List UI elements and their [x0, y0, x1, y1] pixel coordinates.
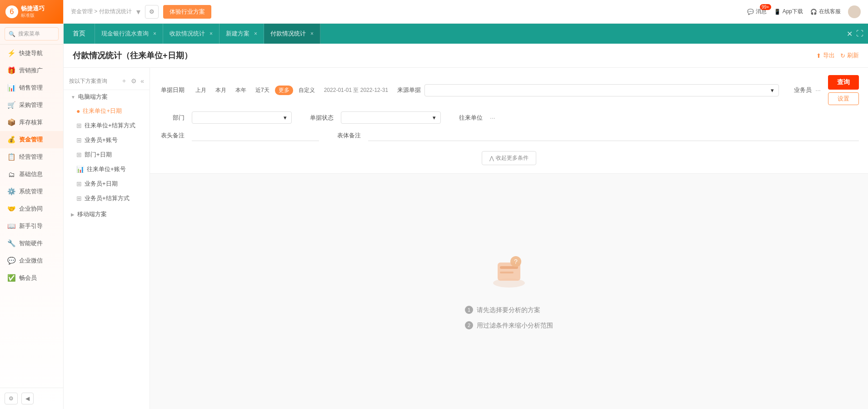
header-note-label: 表头备注	[159, 131, 185, 140]
sidebar-item-operation[interactable]: 📋 经营管理	[0, 148, 63, 166]
scheme-item-partner-date[interactable]: ● 往来单位+日期	[64, 104, 150, 118]
scheme-group-mobile-header[interactable]: ▶ 移动端方案	[64, 207, 150, 221]
operation-icon: 📋	[7, 153, 15, 161]
body-note-input[interactable]	[368, 130, 859, 141]
main-area: 资金管理 > 付款情况统计 ▾ ⚙ 体验行业方案 💬 消息 99+ 📱 App下…	[64, 0, 868, 409]
tab-receipt[interactable]: 收款情况统计 ×	[163, 24, 219, 44]
sidebar-item-enterprise[interactable]: 🤝 企业协同	[0, 200, 63, 217]
bank-tab-close[interactable]: ×	[153, 30, 156, 37]
refresh-button[interactable]: ↻ 刷新	[840, 51, 859, 60]
online-service-button[interactable]: 🎧 在线客服	[810, 8, 841, 15]
message-button[interactable]: 💬 消息 99+	[747, 8, 767, 15]
scheme-panel: 按以下方案查询 ＋ ⚙ « ▼ 电脑端方案 ● 往来单位+日期	[64, 68, 150, 409]
svg-text:?: ?	[514, 258, 518, 265]
sidebar-item-system[interactable]: ⚙️ 系统管理	[0, 183, 63, 200]
scheme-settings-icon[interactable]: ⚙	[131, 77, 137, 85]
sidebar-logo: 6 畅捷通巧 标准版	[0, 0, 63, 24]
mobile-group-arrow-icon: ▶	[71, 212, 75, 217]
sidebar-item-label: 营销推广	[19, 66, 43, 75]
tab-new[interactable]: 新建方案 ×	[219, 24, 264, 44]
date-range-display: 2022-01-01 至 2022-12-31	[324, 86, 388, 94]
tab-payment[interactable]: 付款情况统计 ×	[264, 24, 320, 44]
tab-close-all-icon[interactable]: ✕	[847, 30, 853, 38]
sidebar-item-hardware[interactable]: 🔧 智能硬件	[0, 235, 63, 252]
scheme-group-pc-header[interactable]: ▼ 电脑端方案	[64, 90, 150, 104]
collapse-icon: ⋀	[489, 155, 494, 162]
scheme-item-label: 往来单位+结算方式	[85, 121, 135, 130]
sidebar-item-label: 新手引导	[19, 222, 43, 230]
mobile-group-label: 移动端方案	[77, 210, 107, 218]
sidebar-item-purchase[interactable]: 🛒 采购管理	[0, 96, 63, 114]
dropdown-arrow-icon[interactable]: ▾	[136, 7, 140, 17]
doc-status-select[interactable]: ▾	[341, 111, 441, 124]
page-title: 付款情况统计（往来单位+日期）	[73, 50, 192, 61]
scheme-item-staff-account[interactable]: ⊞ 业务员+账号	[64, 133, 150, 147]
scheme-item-partner-account[interactable]: 📊 往来单位+账号	[64, 162, 150, 177]
logo-icon: 6	[5, 5, 18, 18]
payment-tab-close[interactable]: ×	[310, 30, 314, 37]
collapse-conditions-button[interactable]: ⋀ 收起更多条件	[482, 151, 536, 165]
staff-settlement-icon: ⊞	[76, 195, 82, 202]
staff-filter-label: 业务员	[786, 86, 812, 94]
scheme-item-partner-settlement[interactable]: ⊞ 往来单位+结算方式	[64, 118, 150, 133]
receipt-tab-label: 收款情况统计	[170, 30, 205, 38]
empty-illustration: ?	[486, 249, 532, 294]
user-avatar[interactable]	[848, 5, 861, 18]
scheme-add-icon[interactable]: ＋	[121, 77, 127, 85]
settings-link[interactable]: 设置	[828, 92, 859, 105]
date-opt-more[interactable]: 更多	[275, 86, 293, 95]
trial-button[interactable]: 体验行业方案	[163, 5, 211, 19]
scheme-item-staff-settlement[interactable]: ⊞ 业务员+结算方式	[64, 191, 150, 206]
tab-bank[interactable]: 现金银行流水查询 ×	[95, 24, 163, 44]
export-button[interactable]: ⬆ 导出	[816, 51, 835, 60]
date-opt-this-year[interactable]: 本年	[232, 85, 250, 96]
query-settings-col: 查询 设置	[828, 75, 859, 105]
filter-row-1: 单据日期 上月 本月 本年 近7天 更多 自定义 2022-01-01 至 20…	[159, 75, 859, 105]
scheme-item-dept-date[interactable]: ⊞ 部门+日期	[64, 147, 150, 162]
scheme-top-actions: ＋ ⚙ «	[121, 77, 144, 85]
tab-fullscreen-icon[interactable]: ⛶	[856, 30, 863, 38]
phone-icon: 📱	[774, 9, 781, 15]
logo-name: 畅捷通巧	[21, 5, 45, 12]
scheme-item-label: 业务员+账号	[85, 136, 118, 144]
scheme-item-label: 往来单位+日期	[83, 107, 122, 115]
scheme-collapse-icon[interactable]: «	[140, 77, 144, 85]
sidebar-collapse-button[interactable]: ◀	[21, 393, 34, 404]
dept-select[interactable]: ▾	[192, 111, 292, 124]
page-content: 付款情况统计（往来单位+日期） ⬆ 导出 ↻ 刷新 按以下方案查询 ＋	[64, 44, 868, 409]
sidebar-item-wechat[interactable]: 💬 企业微信	[0, 252, 63, 269]
scheme-group-pc: ▼ 电脑端方案 ● 往来单位+日期 ⊞ 往来单位+结算方式 ⊞ 业务员+账号	[64, 90, 150, 206]
right-panel: 单据日期 上月 本月 本年 近7天 更多 自定义 2022-01-01 至 20…	[150, 68, 868, 409]
sidebar-item-label: 销售管理	[19, 84, 43, 92]
sidebar-item-member[interactable]: ✅ 畅会员	[0, 269, 63, 287]
scheme-item-staff-date[interactable]: ⊞ 业务员+日期	[64, 177, 150, 191]
bank-tab-label: 现金银行流水查询	[101, 30, 149, 38]
header-settings-button[interactable]: ⚙	[145, 5, 159, 19]
source-select[interactable]: ▾	[424, 84, 779, 96]
sidebar-item-guide[interactable]: 📖 新手引导	[0, 217, 63, 235]
search-menu-button[interactable]: 🔍 搜索菜单	[5, 27, 59, 40]
sidebar-item-marketing[interactable]: 🎁 营销推广	[0, 62, 63, 79]
sidebar-item-inventory[interactable]: 📦 库存核算	[0, 114, 63, 131]
date-opt-this-month[interactable]: 本月	[212, 85, 230, 96]
partner-filter-dots[interactable]: ···	[490, 114, 495, 121]
dept-date-icon: ⊞	[76, 151, 82, 158]
sidebar-item-quick[interactable]: ⚡ 快捷导航	[0, 45, 63, 62]
tab-home[interactable]: 首页	[64, 24, 95, 44]
query-button[interactable]: 查询	[828, 75, 859, 90]
date-filter-label: 单据日期	[159, 86, 185, 94]
new-tab-close[interactable]: ×	[254, 30, 257, 37]
sidebar-settings-button[interactable]: ⚙	[5, 393, 18, 404]
date-opt-7days[interactable]: 近7天	[252, 85, 273, 96]
sidebar-item-sales[interactable]: 📊 销售管理	[0, 79, 63, 96]
receipt-tab-close[interactable]: ×	[210, 30, 213, 37]
staff-filter-dots[interactable]: ···	[815, 86, 821, 94]
app-download-button[interactable]: 📱 App下载	[774, 8, 803, 15]
date-opt-last-month[interactable]: 上月	[192, 85, 210, 96]
sidebar-item-capital[interactable]: 💰 资金管理	[0, 131, 63, 148]
scheme-item-label: 往来单位+账号	[87, 165, 126, 173]
header-note-input[interactable]	[192, 130, 319, 141]
date-opt-custom[interactable]: 自定义	[295, 85, 319, 96]
sidebar-item-basic[interactable]: 🗂 基础信息	[0, 166, 63, 183]
system-icon: ⚙️	[7, 187, 15, 196]
